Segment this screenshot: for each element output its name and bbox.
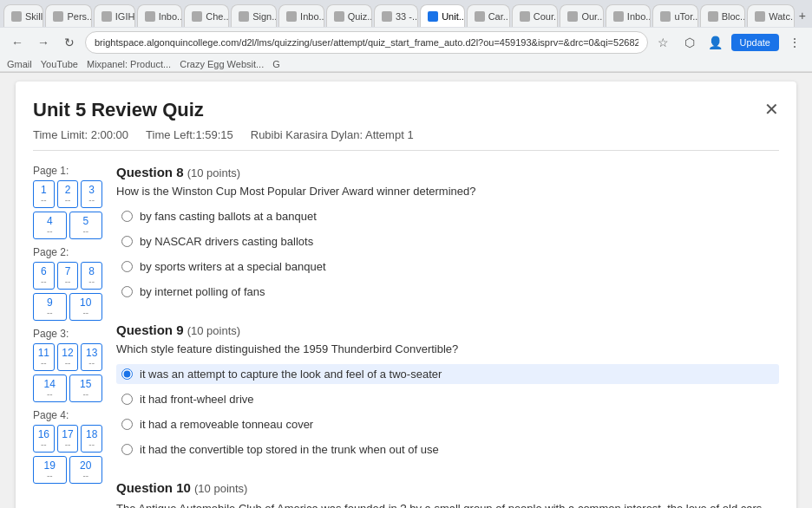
page-num-20[interactable]: 20-- — [69, 456, 103, 484]
question-9-title: Question 9 (10 points) — [116, 322, 779, 337]
tab-favicon — [53, 11, 63, 22]
page-num-9[interactable]: 9-- — [33, 293, 67, 321]
browser-chrome: Skill ✕ Pers... ✕ IGIH ✕ Inbo... ✕ Che..… — [0, 0, 812, 73]
quiz-container: Unit 5 Review Quiz ✕ Time Limit: 2:00:00… — [16, 81, 796, 508]
page4-grid2: 19-- 20-- — [33, 456, 102, 484]
question-9-block: Question 9 (10 points) Which style featu… — [116, 322, 779, 459]
reload-button[interactable]: ↻ — [59, 32, 80, 53]
tab-inbo3[interactable]: Inbo... ✕ — [606, 4, 652, 27]
menu-button[interactable]: ⋮ — [784, 32, 805, 53]
bookmark-crazyegg[interactable]: Crazy Egg Websit... — [180, 59, 264, 69]
tab-unit[interactable]: Unit... ✕ — [420, 4, 465, 27]
bookmark-mixpanel[interactable]: Mixpanel: Product... — [87, 59, 171, 69]
page-num-6[interactable]: 6-- — [33, 262, 55, 290]
tab-label: Sign... — [252, 11, 277, 22]
extension-button[interactable]: ⬡ — [679, 32, 700, 53]
quiz-title: Unit 5 Review Quiz — [33, 99, 204, 121]
q9-label-1: it was an attempt to capture the look an… — [140, 368, 442, 381]
page2-label: Page 2: — [33, 246, 102, 258]
forward-button[interactable]: → — [33, 32, 54, 53]
q8-option-4[interactable]: by internet polling of fans — [116, 282, 779, 302]
q9-radio-4[interactable] — [121, 444, 133, 455]
page-num-4[interactable]: 4-- — [33, 212, 67, 239]
page-num-15[interactable]: 15-- — [69, 374, 103, 402]
page-num-3[interactable]: 3-- — [81, 180, 102, 208]
tab-utor[interactable]: uTor... ✕ — [652, 4, 697, 27]
question-10-title: Question 10 (10 points) — [116, 480, 779, 495]
q8-radio-1[interactable] — [121, 211, 133, 222]
page-num-19[interactable]: 19-- — [33, 456, 67, 484]
update-button[interactable]: Update — [731, 34, 779, 51]
q8-radio-3[interactable] — [121, 261, 133, 272]
q8-label-4: by internet polling of fans — [140, 285, 265, 298]
q9-label-4: it had the convertible top stored in the… — [140, 443, 439, 456]
q9-option-3[interactable]: it had a removeable tonneau cover — [116, 414, 779, 434]
page-num-7[interactable]: 7-- — [57, 262, 79, 290]
page-num-5[interactable]: 5-- — [69, 212, 103, 239]
new-tab-button[interactable]: + — [796, 5, 809, 26]
tab-label: Quiz... — [348, 11, 372, 22]
tab-33[interactable]: 33 -... ✕ — [374, 4, 418, 27]
q8-option-3[interactable]: by sports writers at a special banquet — [116, 257, 779, 277]
quiz-body: Page 1: 1-- 2-- 3-- 4-- 5-- Page 2: 6-- … — [33, 165, 779, 508]
page-num-8[interactable]: 8-- — [81, 262, 102, 290]
tab-quiz[interactable]: Quiz... ✕ — [326, 4, 372, 27]
q8-option-1[interactable]: by fans casting ballots at a banquet — [116, 206, 779, 226]
address-input[interactable] — [85, 31, 648, 54]
page-num-17[interactable]: 17-- — [57, 425, 79, 453]
bookmark-gmail[interactable]: Gmail — [7, 59, 32, 69]
tab-favicon — [475, 11, 485, 22]
q9-option-4[interactable]: it had the convertible top stored in the… — [116, 440, 779, 459]
tab-car[interactable]: Car... ✕ — [467, 4, 510, 27]
tab-bloc[interactable]: Bloc... ✕ — [700, 4, 746, 27]
page-num-12[interactable]: 12-- — [57, 343, 79, 371]
time-left: Time Left:1:59:15 — [146, 128, 233, 141]
tab-favicon — [428, 11, 438, 22]
page-num-1[interactable]: 1-- — [33, 180, 55, 208]
tab-favicon — [708, 11, 718, 22]
questions-area: Question 8 (10 points) How is the Winsto… — [116, 165, 779, 508]
page-num-14[interactable]: 14-- — [33, 374, 67, 402]
page3-grid2: 14-- 15-- — [33, 374, 102, 402]
question-8-title: Question 8 (10 points) — [116, 165, 779, 179]
page-num-16[interactable]: 16-- — [33, 425, 55, 453]
tab-label: 33 -... — [396, 11, 418, 22]
tab-pers[interactable]: Pers... ✕ — [45, 4, 91, 27]
bookmark-button[interactable]: ☆ — [653, 32, 674, 53]
tab-favicon — [286, 11, 297, 22]
back-button[interactable]: ← — [7, 32, 28, 53]
page-num-13[interactable]: 13-- — [81, 343, 102, 371]
tab-watc[interactable]: Watc... ✕ — [747, 4, 795, 27]
tab-skill[interactable]: Skill ✕ — [3, 4, 43, 27]
page-num-18[interactable]: 18-- — [81, 425, 102, 453]
tab-inbo1[interactable]: Inbo... ✕ — [137, 4, 183, 27]
q8-radio-4[interactable] — [121, 286, 133, 297]
q9-radio-3[interactable] — [121, 419, 133, 430]
close-button[interactable]: ✕ — [764, 99, 779, 120]
q8-radio-2[interactable] — [121, 236, 133, 247]
tab-our[interactable]: Our... ✕ — [560, 4, 603, 27]
page-num-11[interactable]: 11-- — [33, 343, 55, 371]
tab-cour[interactable]: Cour... ✕ — [512, 4, 559, 27]
tab-favicon — [192, 11, 202, 22]
question-9-text: Which style feature distinguished the 19… — [116, 342, 779, 355]
profile-button[interactable]: 👤 — [705, 32, 726, 53]
bookmark-g[interactable]: G — [272, 59, 280, 69]
tab-inbo2[interactable]: Inbo... ✕ — [278, 4, 324, 27]
tab-sign[interactable]: Sign... ✕ — [231, 4, 277, 27]
q9-option-1[interactable]: it was an attempt to capture the look an… — [116, 364, 779, 384]
q9-radio-2[interactable] — [121, 394, 133, 405]
tab-che[interactable]: Che... ✕ — [184, 4, 229, 27]
q9-radio-1[interactable] — [121, 368, 133, 380]
page4-grid: 16-- 17-- 18-- — [33, 425, 102, 453]
q8-option-2[interactable]: by NASCAR drivers casting ballots — [116, 231, 779, 251]
bookmark-youtube[interactable]: YouTube — [41, 59, 78, 69]
page-num-2[interactable]: 2-- — [57, 180, 79, 208]
tab-igih[interactable]: IGIH ✕ — [94, 4, 135, 27]
tab-label: IGIH — [115, 11, 135, 22]
page-num-10[interactable]: 10-- — [69, 293, 103, 321]
page1-grid2: 4-- 5-- — [33, 212, 102, 239]
q9-option-2[interactable]: it had front-wheel drive — [116, 389, 779, 409]
tab-label: Inbo... — [300, 11, 324, 22]
page4-label: Page 4: — [33, 409, 102, 421]
